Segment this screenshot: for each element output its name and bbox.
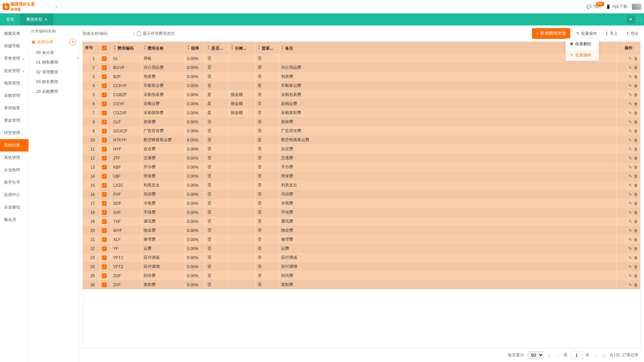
table-row[interactable]: 20✓WYF物业费0.00%否否物业费✎🗑 bbox=[83, 226, 640, 235]
delete-row-icon[interactable]: 🗑 bbox=[634, 183, 638, 188]
row-checkbox[interactable]: ✓ bbox=[102, 138, 107, 142]
edit-row-icon[interactable]: ✎ bbox=[629, 120, 632, 124]
delete-row-icon[interactable]: 🗑 bbox=[634, 65, 638, 70]
table-row[interactable]: 13✓KBF开办费0.00%否否开办费✎🗑 bbox=[83, 163, 640, 172]
table-row[interactable]: 1✓01房租0.00%否否✎🗑 bbox=[83, 54, 640, 63]
nav-item[interactable]: 快捷导航 bbox=[0, 40, 29, 52]
edit-row-icon[interactable]: ✎ bbox=[629, 74, 632, 79]
col-seq[interactable]: 序号 bbox=[83, 42, 100, 54]
category-item[interactable]: 20 采购费用 bbox=[36, 87, 77, 97]
show-disabled-toggle[interactable]: 显示停用费用类型 bbox=[137, 31, 175, 37]
delete-row-icon[interactable]: 🗑 bbox=[634, 129, 638, 133]
table-row[interactable]: 10✓HTKYF航空铁路客运费9.00%否是航空铁路客运费✎🗑 bbox=[83, 135, 640, 144]
row-checkbox[interactable]: ✓ bbox=[102, 156, 107, 161]
page-input[interactable] bbox=[571, 351, 582, 359]
per-page-select[interactable]: 50 bbox=[527, 351, 544, 359]
last-page-icon[interactable]: ⟩| bbox=[601, 353, 606, 358]
row-checkbox[interactable]: ✓ bbox=[102, 283, 107, 287]
checkbox-all[interactable]: ✓ bbox=[102, 46, 107, 50]
close-icon[interactable]: ✕ bbox=[44, 17, 47, 22]
nav-item[interactable]: 企业微信 bbox=[0, 201, 29, 214]
edit-row-icon[interactable]: ✎ bbox=[629, 255, 632, 260]
collapse-panel-button[interactable]: « bbox=[77, 56, 79, 60]
delete-row-icon[interactable]: 🗑 bbox=[634, 56, 638, 61]
col-is[interactable]: ▲▼是否... bbox=[205, 42, 228, 54]
col-checkbox[interactable]: ✓ bbox=[100, 42, 111, 54]
category-item[interactable]: 03 财务费用 bbox=[36, 77, 77, 87]
delete-row-icon[interactable]: 🗑 bbox=[634, 111, 638, 115]
table-row[interactable]: 14✓LBF劳保费0.00%否否劳保费✎🗑 bbox=[83, 172, 640, 181]
user-avatar[interactable] bbox=[632, 4, 641, 10]
table-row[interactable]: 12✓JTF交通费0.00%否否交通费✎🗑 bbox=[83, 154, 640, 163]
nav-item[interactable]: 电商管理 bbox=[0, 77, 29, 89]
table-row[interactable]: 24✓YFTZ应付调增0.00%否否应付调增✎🗑 bbox=[83, 262, 640, 271]
batch-operations-button[interactable]: ✎ 批量操作 bbox=[574, 29, 599, 38]
category-item[interactable]: 00 未分类 bbox=[36, 48, 77, 58]
col-name[interactable]: ▲▼费用名称 bbox=[141, 42, 185, 54]
edit-row-icon[interactable]: ✎ bbox=[629, 129, 632, 133]
delete-row-icon[interactable]: 🗑 bbox=[634, 264, 638, 269]
search-input[interactable] bbox=[83, 30, 133, 37]
row-checkbox[interactable]: ✓ bbox=[102, 93, 107, 97]
edit-row-icon[interactable]: ✎ bbox=[629, 65, 632, 70]
edit-row-icon[interactable]: ✎ bbox=[629, 264, 632, 269]
delete-row-icon[interactable]: 🗑 bbox=[634, 174, 638, 179]
delete-row-icon[interactable]: 🗑 bbox=[634, 93, 638, 97]
row-checkbox[interactable]: ✓ bbox=[102, 192, 107, 197]
table-row[interactable]: 4✓CCKYF车船客运费3.00%否是车船客运费✎🗑 bbox=[83, 81, 640, 90]
tab-expense-type[interactable]: 费用类型 ✕ bbox=[20, 13, 53, 25]
nav-item[interactable]: 库存核算 bbox=[0, 102, 29, 114]
row-checkbox[interactable]: ✓ bbox=[102, 201, 107, 206]
row-checkbox[interactable]: ✓ bbox=[102, 74, 107, 79]
row-checkbox[interactable]: ✓ bbox=[102, 165, 107, 170]
delete-row-icon[interactable]: 🗑 bbox=[634, 255, 638, 260]
nav-item[interactable]: 资金管理 bbox=[0, 114, 29, 127]
col-code[interactable]: ▲▼费用编码 bbox=[111, 42, 141, 54]
row-checkbox[interactable]: ✓ bbox=[102, 111, 107, 115]
edit-row-icon[interactable]: ✎ bbox=[629, 156, 632, 161]
delete-row-icon[interactable]: 🗑 bbox=[634, 156, 638, 161]
delete-row-icon[interactable]: 🗑 bbox=[634, 83, 638, 88]
edit-row-icon[interactable]: ✎ bbox=[629, 183, 632, 188]
edit-row-icon[interactable]: ✎ bbox=[629, 165, 632, 170]
row-checkbox[interactable]: ✓ bbox=[102, 120, 107, 124]
row-checkbox[interactable]: ✓ bbox=[102, 264, 107, 269]
nav-item[interactable]: 企业协同 bbox=[0, 164, 29, 176]
table-row[interactable]: 22✓YF运费0.00%否否运费✎🗑 bbox=[83, 244, 640, 253]
delete-row-icon[interactable]: 🗑 bbox=[634, 120, 638, 124]
edit-category-button[interactable]: ✎ bbox=[69, 39, 76, 45]
nav-item[interactable]: 基础信息 bbox=[0, 139, 29, 152]
nav-item[interactable]: 新手引导 bbox=[0, 176, 29, 189]
table-row[interactable]: 17✓SDF水电费0.00%否否水电费✎🗑 bbox=[83, 199, 640, 208]
prev-page-icon[interactable]: ⟨ bbox=[556, 353, 560, 358]
nav-item[interactable]: 批发管理▸ bbox=[0, 65, 29, 77]
col-share[interactable]: ▲▼分摊... bbox=[228, 42, 255, 54]
edit-row-icon[interactable]: ✎ bbox=[629, 246, 632, 251]
table-row[interactable]: 19✓TXF通讯费0.00%否否通讯费✎🗑 bbox=[83, 217, 640, 226]
col-tax[interactable]: ▲▼税率 bbox=[185, 42, 205, 54]
edit-row-icon[interactable]: ✎ bbox=[629, 210, 632, 215]
edit-row-icon[interactable]: ✎ bbox=[629, 56, 632, 61]
row-checkbox[interactable]: ✓ bbox=[102, 129, 107, 133]
row-checkbox[interactable]: ✓ bbox=[102, 147, 107, 152]
delete-row-icon[interactable]: 🗑 bbox=[634, 147, 638, 152]
edit-row-icon[interactable]: ✎ bbox=[629, 147, 632, 152]
delete-row-icon[interactable]: 🗑 bbox=[634, 165, 638, 170]
table-row[interactable]: 15✓LXZC利息支出0.00%否否利息支出✎🗑 bbox=[83, 181, 640, 190]
col-voucher[interactable]: ▲▼普票... bbox=[255, 42, 279, 54]
table-row[interactable]: 7✓CGZXF采购装卸费0.00%是按金额否采购装卸费✎🗑 bbox=[83, 108, 640, 117]
table-row[interactable]: 2✓BGYP办公用品费0.00%否否办公用品费✎🗑 bbox=[83, 63, 640, 72]
table-row[interactable]: 26✓ZXF装卸费0.00%否否装卸费✎🗑 bbox=[83, 280, 640, 289]
row-checkbox[interactable]: ✓ bbox=[102, 237, 107, 242]
export-button[interactable]: ↥ 导出 bbox=[624, 29, 641, 38]
row-checkbox[interactable]: ✓ bbox=[102, 174, 107, 179]
batch-delete-item[interactable]: ✖ 批量删除 bbox=[566, 39, 599, 50]
delete-row-icon[interactable]: 🗑 bbox=[634, 228, 638, 233]
table-row[interactable]: 23✓YFTJ应付调减0.00%否否应付调减✎🗑 bbox=[83, 253, 640, 262]
category-search-input[interactable] bbox=[31, 29, 81, 34]
delete-row-icon[interactable]: 🗑 bbox=[634, 219, 638, 224]
edit-row-icon[interactable]: ✎ bbox=[629, 102, 632, 106]
import-button[interactable]: ↧ 导入 bbox=[603, 29, 620, 38]
nav-item[interactable]: 应用中心 bbox=[0, 189, 29, 201]
nav-item[interactable]: 畅会员 bbox=[0, 214, 29, 226]
